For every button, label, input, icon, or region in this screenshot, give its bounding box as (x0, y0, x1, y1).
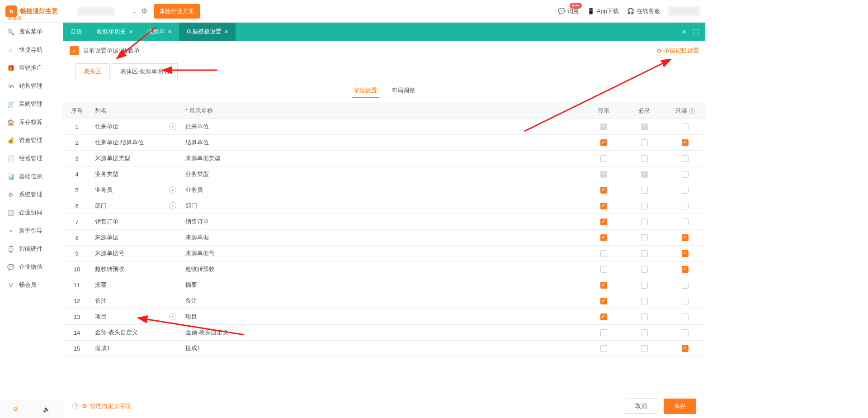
sidebar-item[interactable]: V畅会员 (0, 276, 63, 294)
sidebar-item[interactable]: 🛍销售管理 (0, 77, 63, 95)
checkbox[interactable] (682, 218, 689, 225)
checkbox[interactable] (600, 250, 607, 257)
cell-display[interactable]: 销售订单 (181, 214, 583, 230)
checkbox[interactable] (641, 218, 648, 225)
checkbox[interactable] (682, 203, 689, 209)
close-all-icon[interactable]: ✕ (682, 28, 687, 35)
cell-display[interactable]: 往来单位 (181, 119, 583, 135)
app-download-link[interactable]: 📱 App下载 (587, 7, 619, 15)
tab-body-area[interactable]: 表体区-收款单明细 (112, 63, 178, 79)
add-icon[interactable]: + (169, 186, 176, 194)
cancel-button[interactable]: 取消 (625, 399, 657, 414)
checkbox[interactable] (682, 155, 689, 162)
checkbox[interactable] (600, 345, 607, 352)
checkbox[interactable] (682, 345, 689, 352)
cell-display[interactable]: 超收转预收 (181, 261, 583, 277)
close-icon[interactable]: ✕ (168, 29, 172, 35)
checkbox[interactable] (682, 282, 689, 289)
messages-link[interactable]: 💬 消息 99+ (558, 7, 579, 15)
checkbox[interactable] (682, 187, 689, 194)
checkbox[interactable] (600, 139, 607, 146)
close-icon[interactable]: ✕ (129, 29, 133, 35)
checkbox[interactable] (600, 187, 607, 194)
add-icon[interactable]: + (169, 202, 176, 209)
checkbox[interactable] (682, 124, 689, 130)
add-icon[interactable]: + (169, 123, 176, 130)
sidebar-item[interactable]: 📄经营管理 (0, 149, 63, 167)
checkbox[interactable] (600, 282, 607, 289)
memory-setting-link[interactable]: ⚙ 单据记忆设置 (656, 47, 699, 55)
org-selector[interactable]: ⌄ (78, 7, 137, 15)
checkbox[interactable] (600, 171, 607, 178)
cell-display[interactable]: 来源单据号 (181, 246, 583, 261)
checkbox[interactable] (600, 298, 607, 304)
checkbox[interactable] (600, 203, 607, 209)
collapse-toggle[interactable]: » (70, 46, 79, 55)
cell-display[interactable]: 摘要 (181, 277, 583, 293)
checkbox[interactable] (600, 218, 607, 225)
try-plan-button[interactable]: 体验行业方案 (154, 4, 200, 19)
sound-icon[interactable]: 🔈 (43, 406, 50, 413)
cell-display[interactable]: 项目 (181, 309, 583, 325)
cell-display[interactable]: 来源单据 (181, 230, 583, 246)
support-link[interactable]: 🎧 在线客服 (627, 7, 660, 15)
settings-icon[interactable]: ⚙ (13, 406, 18, 413)
sidebar-item[interactable]: 🔍搜索菜单 (0, 23, 63, 41)
page-tab[interactable]: 单据模板设置✕ (179, 23, 236, 41)
manage-custom-fields-link[interactable]: ? ⚙ 管理自定义字段 (72, 402, 131, 410)
checkbox[interactable] (641, 139, 648, 146)
checkbox[interactable] (600, 155, 607, 162)
sidebar-item[interactable]: ➣新手引导 (0, 222, 63, 240)
checkbox[interactable] (682, 298, 689, 304)
checkbox[interactable] (641, 298, 648, 304)
tab-header-area[interactable]: 表头区 (75, 63, 110, 79)
cell-display[interactable]: 业务类型 (181, 166, 583, 182)
cell-display[interactable]: 业务员 (181, 182, 583, 198)
checkbox[interactable] (641, 155, 648, 162)
checkbox[interactable] (641, 234, 648, 241)
checkbox[interactable] (600, 314, 607, 320)
gear-icon[interactable]: ⚙ (141, 7, 147, 15)
checkbox[interactable] (600, 234, 607, 241)
checkbox[interactable] (682, 266, 689, 273)
fullscreen-icon[interactable]: ⛶ (693, 28, 699, 35)
cell-display[interactable]: 部门 (181, 198, 583, 214)
cell-display[interactable]: 金额-表头自定义 (181, 325, 583, 341)
cell-display[interactable]: 结算单位 (181, 135, 583, 151)
checkbox[interactable] (641, 282, 648, 289)
checkbox[interactable] (600, 266, 607, 273)
sidebar-item[interactable]: 💬企业微信 (0, 258, 63, 276)
sidebar-item[interactable]: 🏠库存核算 (0, 113, 63, 131)
close-icon[interactable]: ✕ (224, 29, 228, 35)
user-avatar[interactable] (668, 7, 700, 16)
checkbox[interactable] (641, 314, 648, 320)
sidebar-item[interactable]: 🎁营销推广 (0, 59, 63, 77)
checkbox[interactable] (641, 345, 648, 352)
checkbox[interactable] (641, 171, 648, 178)
checkbox[interactable] (641, 124, 648, 130)
save-button[interactable]: 保存 (664, 399, 696, 414)
cell-display[interactable]: 提成1 (181, 341, 583, 356)
checkbox[interactable] (682, 329, 689, 336)
checkbox[interactable] (641, 203, 648, 209)
subtab-field[interactable]: 字段设置 (352, 84, 379, 98)
checkbox[interactable] (682, 314, 689, 320)
page-tab[interactable]: 收款单历史✕ (90, 23, 140, 41)
sidebar-item[interactable]: 📊基础信息 (0, 167, 63, 185)
page-tab[interactable]: 首页 (63, 23, 90, 41)
sidebar-item[interactable]: ⌂快捷导航 (0, 41, 63, 59)
subtab-layout[interactable]: 布局调整 (390, 84, 417, 98)
page-tab[interactable]: 收款单✕ (140, 23, 179, 41)
checkbox[interactable] (641, 250, 648, 257)
checkbox[interactable] (600, 124, 607, 130)
help-icon[interactable]: ? (689, 108, 695, 114)
sidebar-item[interactable]: ⚙系统管理 (0, 185, 63, 204)
checkbox[interactable] (641, 266, 648, 273)
sidebar-item[interactable]: ⌚智能硬件 (0, 240, 63, 258)
checkbox[interactable] (682, 139, 689, 146)
sidebar-item[interactable]: 💰资金管理 (0, 131, 63, 149)
sidebar-item[interactable]: 🛒采购管理 (0, 95, 63, 113)
sidebar-item[interactable]: 📋企业协同 (0, 204, 63, 222)
checkbox[interactable] (641, 187, 648, 194)
checkbox[interactable] (682, 250, 689, 257)
